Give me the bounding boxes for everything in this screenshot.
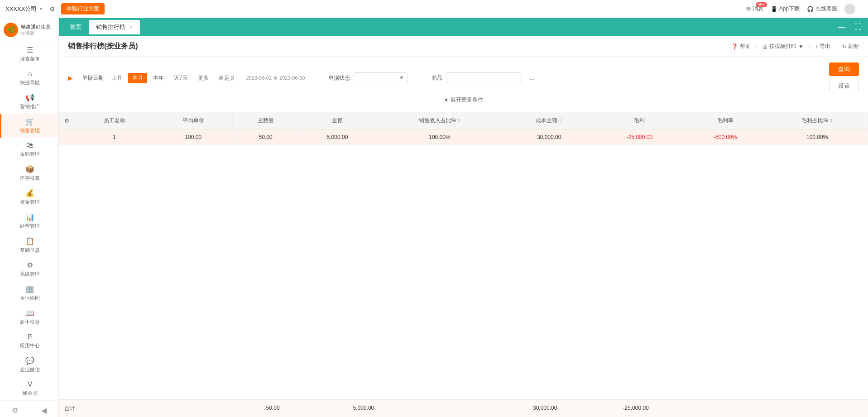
date-tab-this-year[interactable]: 本年 xyxy=(149,73,168,83)
company-selector[interactable]: XXXXX公司 ▼ xyxy=(5,5,43,13)
sidebar-item-search-order[interactable]: ☰ 搜索菜单 xyxy=(0,42,58,66)
print-label: 按模板打印 xyxy=(769,43,796,50)
marketing-icon: 📢 xyxy=(25,93,34,102)
date-label: 单据日期 xyxy=(82,74,104,82)
sidebar-item-enterprise[interactable]: 🏢 企业协同 xyxy=(0,281,58,305)
sidebar-label-search: 搜索菜单 xyxy=(20,56,40,62)
apps-icon: 🖥 xyxy=(26,333,34,341)
help-icon: ❓ xyxy=(731,43,738,50)
logo-sub: 标准版 xyxy=(21,30,51,36)
sidebar-item-operation[interactable]: 📊 经营管理 xyxy=(0,209,58,233)
search-icon: ☰ xyxy=(27,46,33,54)
help-circle-icon[interactable]: ⓘ xyxy=(558,118,563,123)
trial-button[interactable]: 体验行业方案 xyxy=(61,3,105,14)
footer-sales-pct xyxy=(409,405,499,412)
table-area: ⚙ 员工名称 平均单价 主数量 全额 销售收入占比%⇅ 成本全额ⓘ 毛利 xyxy=(59,112,868,399)
table-header-row: ⚙ 员工名称 平均单价 主数量 全额 销售收入占比%⇅ 成本全额ⓘ 毛利 xyxy=(59,112,868,129)
sidebar-label-guide: 新手引导 xyxy=(20,319,40,326)
sidebar-item-basic[interactable]: 📋 基础信息 xyxy=(0,233,58,257)
footer-avg-price xyxy=(137,405,227,412)
table-footer: 合计 50.00 5,000.00 30,000.00 -25,000.00 xyxy=(59,399,868,417)
col-settings[interactable]: ⚙ xyxy=(59,112,75,129)
cell-profit-pct: 100.00% xyxy=(767,129,868,145)
export-label: 导出 xyxy=(820,43,830,50)
sidebar-label-basic: 基础信息 xyxy=(20,247,40,254)
settings-button[interactable]: 设置 xyxy=(829,79,859,93)
settings-icon[interactable]: ⚙ xyxy=(47,4,58,14)
date-tab-last-month[interactable]: 上月 xyxy=(107,73,126,83)
page-actions: ❓ 帮助 🖨 按模板打印 ▼ ↑ 导出 xyxy=(731,43,859,50)
message-icon: ✉ xyxy=(746,6,751,12)
cell-avg-price: 100.00 xyxy=(154,129,233,145)
sidebar-collapse-icon[interactable]: ◀ xyxy=(39,404,48,417)
sort-icon: ⇅ xyxy=(457,118,460,123)
sidebar-item-marketing[interactable]: 📢 营销推广 xyxy=(0,90,58,114)
chevron-down-icon: ▼ xyxy=(38,6,43,11)
sidebar-item-wechat[interactable]: 💬 企业微信 xyxy=(0,353,58,377)
tab-home[interactable]: 首页 xyxy=(62,20,89,34)
print-button[interactable]: 🖨 按模板打印 ▼ xyxy=(762,43,804,50)
online-service-button[interactable]: 🎧 在线客服 xyxy=(807,5,837,13)
divider2 xyxy=(809,43,810,50)
avatar[interactable] xyxy=(844,4,855,14)
date-tab-custom[interactable]: 自定义 xyxy=(215,73,239,83)
sidebar-label-purchase: 采购管理 xyxy=(20,151,40,158)
app-download-button[interactable]: 📱 App下载 xyxy=(771,5,800,13)
tab-close-icon[interactable]: × xyxy=(130,25,133,30)
refresh-label: 刷新 xyxy=(848,43,859,50)
sidebar: 🌿 畅康通好生意 标准版 ☰ 搜索菜单 ⌂ 快捷导航 📢 营销推广 🛒 销售管理… xyxy=(0,18,59,417)
app-label: App下载 xyxy=(779,5,800,13)
sidebar-label-member: 畅会员 xyxy=(23,390,38,397)
expand-conditions-button[interactable]: ▼ 展开更多条件 xyxy=(444,96,484,104)
col-profit-pct[interactable]: 毛利占比%⇅ xyxy=(767,112,868,129)
col-rank: 员工名称 xyxy=(75,112,154,129)
col-sales-pct[interactable]: 销售收入占比%⇅ xyxy=(376,112,504,129)
status-select[interactable] xyxy=(354,72,408,83)
date-tab-7days[interactable]: 近7天 xyxy=(170,73,192,83)
sidebar-item-quick-nav[interactable]: ⌂ 快捷导航 xyxy=(0,66,58,90)
sort-icon-2: ⇅ xyxy=(829,118,833,123)
logo-icon: 🌿 xyxy=(4,23,18,37)
print-icon: 🖨 xyxy=(762,43,767,50)
col-amount: 全额 xyxy=(298,112,376,129)
col-cost: 成本全额ⓘ xyxy=(503,112,595,129)
sidebar-item-system[interactable]: ⚙ 系统管理 xyxy=(0,257,58,281)
date-tab-this-month[interactable]: 本月 xyxy=(128,73,147,83)
date-tab-more[interactable]: 更多 xyxy=(194,73,213,83)
sidebar-item-apps[interactable]: 🖥 应用中心 xyxy=(0,329,58,353)
query-actions: 查询 设置 xyxy=(829,62,859,93)
refresh-button[interactable]: ↻ 刷新 xyxy=(842,43,859,50)
divider3 xyxy=(836,43,836,50)
sidebar-item-purchase[interactable]: 🛍 采购管理 xyxy=(0,138,58,161)
expand-label: 展开更多条件 xyxy=(451,96,483,104)
active-tab-label: 销售排行榜 xyxy=(96,23,125,31)
system-icon: ⚙ xyxy=(27,261,33,269)
divider xyxy=(756,43,757,50)
guide-icon: 📖 xyxy=(25,309,34,317)
sidebar-item-finance[interactable]: 💰 资金管理 xyxy=(0,185,58,209)
message-badge: 99+ xyxy=(756,2,767,7)
sidebar-item-sales[interactable]: 🛒 销售管理 xyxy=(0,114,58,138)
goods-more-icon[interactable]: … xyxy=(529,75,535,81)
query-button[interactable]: 查询 xyxy=(829,62,859,76)
goods-input[interactable] xyxy=(446,72,522,83)
tab-sales-ranking[interactable]: 销售排行榜 × xyxy=(89,20,140,34)
header-right: ✉ 消息 99+ 📱 App下载 🎧 在线客服 xyxy=(746,4,863,14)
inventory-icon: 📦 xyxy=(25,165,34,173)
cell-profit: -25,000.00 xyxy=(595,129,684,145)
sidebar-item-guide[interactable]: 📖 新手引导 xyxy=(0,305,58,329)
sidebar-item-member[interactable]: V 畅会员 xyxy=(0,377,58,400)
tab-maximize-icon[interactable]: ⛶ xyxy=(852,21,864,34)
filter-status: 单据状态 xyxy=(328,72,408,83)
tab-minimize-icon[interactable]: — xyxy=(835,21,848,34)
cell-amount: 5,000.00 xyxy=(298,129,376,145)
help-button[interactable]: ❓ 帮助 xyxy=(731,43,751,50)
message-button[interactable]: ✉ 消息 99+ xyxy=(746,5,763,13)
sidebar-item-inventory[interactable]: 📦 库存核算 xyxy=(0,161,58,185)
sidebar-label-inventory: 库存核算 xyxy=(20,175,40,182)
filter-expand-arrow[interactable]: ▶ xyxy=(68,74,73,81)
export-button[interactable]: ↑ 导出 xyxy=(815,43,830,50)
logo-area: 🌿 畅康通好生意 标准版 xyxy=(0,18,58,42)
sidebar-settings-icon[interactable]: ⚙ xyxy=(10,404,20,417)
export-icon: ↑ xyxy=(815,43,818,50)
